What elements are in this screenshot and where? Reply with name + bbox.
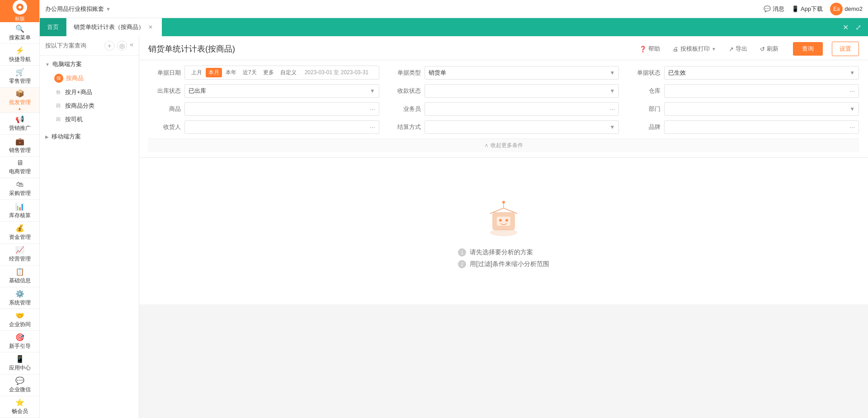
filter-row-2: 出库状态 已出库 ▼ 收款状态 ▼ 仓库 ··· [148, 84, 859, 98]
empty-icon [481, 194, 526, 239]
by-category-label: 按商品分类 [65, 102, 94, 110]
sidebar-item-wechat[interactable]: 💬 企业微信 [0, 375, 40, 396]
date-tab-last-month[interactable]: 上月 [189, 68, 205, 77]
sidebar-item-search[interactable]: 🔍 搜索菜单 [0, 22, 40, 44]
sidebar-item-app-center[interactable]: 📱 应用中心 [0, 352, 40, 374]
sidebar-item-ecommerce[interactable]: 🖥 电商管理 [0, 157, 40, 178]
doc-type-value: 销货单 [429, 69, 446, 77]
dept-chevron-icon: ▼ [849, 106, 855, 112]
sidebar-item-enterprise[interactable]: 🤝 企业协同 [0, 309, 40, 331]
add-scheme-btn[interactable]: + [104, 41, 114, 51]
user-profile-btn[interactable]: Ea demo2 [830, 3, 863, 15]
sidebar-item-purchase[interactable]: 🛍 采购管理 [0, 178, 40, 200]
tab-sales-stats[interactable]: 销货单统计计表（按商品） ✕ [66, 18, 162, 36]
by-cashier-icon: 回 [54, 115, 62, 124]
page-title: 销货单统计计表(按商品) [148, 43, 235, 54]
query-button[interactable]: 查询 [793, 42, 823, 56]
doc-status-control[interactable]: 已生效 ▼ [664, 66, 859, 80]
search-icon: 🔍 [15, 24, 24, 33]
filter-row-3: 商品 ··· 业务员 ··· 部门 ▼ [148, 102, 859, 116]
settle-chevron-icon: ▼ [609, 124, 615, 130]
sidebar-item-basic[interactable]: 📋 基础信息 [0, 266, 40, 287]
tab-home[interactable]: 首页 [40, 18, 66, 36]
sidebar-item-inventory[interactable]: 📊 库存核算 [0, 200, 40, 222]
print-btn[interactable]: 🖨 按模板打印 ▼ [669, 43, 720, 55]
sidebar-item-retail[interactable]: 🛒 零售管理 [0, 66, 40, 87]
logo-icon [13, 0, 27, 14]
tree-child-by-month-product[interactable]: 份 按月+商品 [40, 86, 139, 99]
staff-dots-icon[interactable]: ··· [610, 105, 615, 113]
tree-child-by-product[interactable]: 按 按商品 [40, 71, 139, 86]
empty-tip-1: 1 请先选择要分析的方案 [458, 248, 549, 256]
receiver-control[interactable]: ··· [184, 120, 379, 134]
refresh-btn[interactable]: ↺ 刷新 [756, 43, 782, 55]
sidebar-item-vip[interactable]: ⭐ 畅会员 [0, 396, 40, 418]
export-label: 导出 [736, 45, 747, 53]
date-tab-more[interactable]: 更多 [260, 68, 277, 77]
by-product-icon: 按 [54, 74, 63, 83]
collect-status-control[interactable]: ▼ [425, 84, 619, 98]
brand-dots-icon[interactable]: ··· [849, 124, 855, 131]
tree-mobile-parent[interactable]: ▶ 移动端方案 [40, 130, 139, 143]
tab-close-window-btn[interactable]: ✕ [839, 21, 852, 33]
goods-control[interactable]: ··· [184, 102, 379, 116]
export-btn[interactable]: ↗ 导出 [725, 43, 751, 55]
sidebar-operations-label: 经营管理 [9, 255, 31, 263]
tree-child-by-category[interactable]: 回 按商品分类 [40, 99, 139, 113]
doc-type-control[interactable]: 销货单 ▼ [425, 66, 619, 80]
svg-point-4 [499, 219, 502, 222]
by-cashier-label: 按司机 [65, 115, 83, 124]
tree-child-by-cashier[interactable]: 回 按司机 [40, 113, 139, 126]
collapse-more-label: ∧ 收起更多条件 [484, 142, 523, 148]
tree-mobile-label: 移动端方案 [52, 133, 81, 141]
help-btn[interactable]: ❓ 帮助 [636, 43, 664, 55]
receiver-dots-icon[interactable]: ··· [370, 124, 375, 131]
brand-control[interactable]: ··· [664, 120, 859, 134]
sidebar-item-guide[interactable]: 🎯 新手引导 [0, 331, 40, 352]
receiver-label: 收货人 [148, 123, 184, 131]
tab-close-btn[interactable]: ✕ [147, 24, 154, 31]
date-tab-this-month[interactable]: 本月 [206, 68, 222, 77]
collect-status-chevron-icon: ▼ [609, 88, 615, 94]
by-category-icon: 回 [54, 102, 62, 110]
settings-button[interactable]: 设置 [832, 42, 859, 56]
sidebar-item-operations[interactable]: 📈 经营管理 [0, 244, 40, 266]
sidebar-quick-nav-label: 快捷导航 [9, 56, 31, 63]
sidebar-item-system[interactable]: ⚙️ 系统管理 [0, 287, 40, 309]
settle-control[interactable]: ▼ [425, 120, 619, 134]
date-tab-7days[interactable]: 近7天 [240, 68, 259, 77]
tip-text-2: 用[过滤]条件来缩小分析范围 [470, 260, 549, 268]
app-center-icon: 📱 [15, 355, 24, 363]
warehouse-dots-icon[interactable]: ··· [849, 87, 855, 95]
warehouse-control[interactable]: ··· [664, 84, 859, 98]
out-status-control[interactable]: 已出库 ▼ [184, 84, 379, 98]
collapse-panel-btn[interactable]: « [130, 41, 133, 51]
basic-icon: 📋 [15, 267, 24, 276]
date-tab-this-year[interactable]: 本年 [223, 68, 239, 77]
dept-control[interactable]: ▼ [664, 102, 859, 116]
tab-maximize-btn[interactable]: ⤢ [852, 21, 864, 33]
sidebar-item-wholesale[interactable]: 📦 批发管理 ▲ [0, 88, 40, 113]
ecommerce-icon: 🖥 [16, 159, 24, 167]
breadcrumb-dropdown[interactable]: 办公用品行业模拟账套 ▼ [45, 5, 111, 13]
out-status-value: 已出库 [189, 87, 206, 95]
staff-label: 业务员 [388, 105, 425, 113]
edit-scheme-btn[interactable]: ◎ [117, 41, 127, 51]
date-tab-custom[interactable]: 自定义 [278, 68, 299, 77]
collapse-more-btn[interactable]: ∧ 收起更多条件 [148, 138, 859, 152]
filter-row-1: 单据日期 上月 本月 本年 近7天 更多 自定义 2023-03-01 至 20… [148, 66, 859, 80]
sidebar-retail-label: 零售管理 [9, 77, 31, 85]
app-download-btn[interactable]: 📱 App下载 [792, 5, 823, 13]
message-btn[interactable]: 💬 消息 [764, 5, 784, 13]
tree-pc-parent[interactable]: ▼ 电脑端方案 [40, 57, 139, 71]
svg-point-5 [505, 219, 508, 222]
date-control[interactable]: 上月 本月 本年 近7天 更多 自定义 2023-03-01 至 2023-03… [184, 66, 379, 80]
sidebar-item-quick-nav[interactable]: ⚡ 快捷导航 [0, 44, 40, 66]
sidebar-item-sales[interactable]: 💼 销售管理 [0, 135, 40, 157]
goods-dots-icon[interactable]: ··· [370, 105, 375, 113]
staff-control[interactable]: ··· [425, 102, 619, 116]
sidebar: 标版 🔍 搜索菜单 ⚡ 快捷导航 🛒 零售管理 📦 批发管理 ▲ 📢 营销推广 … [0, 0, 40, 418]
header-right: 💬 消息 📱 App下载 Ea demo2 [764, 3, 863, 15]
sidebar-item-finance[interactable]: 💰 资金管理 [0, 222, 40, 243]
sidebar-item-marketing[interactable]: 📢 营销推广 [0, 113, 40, 135]
